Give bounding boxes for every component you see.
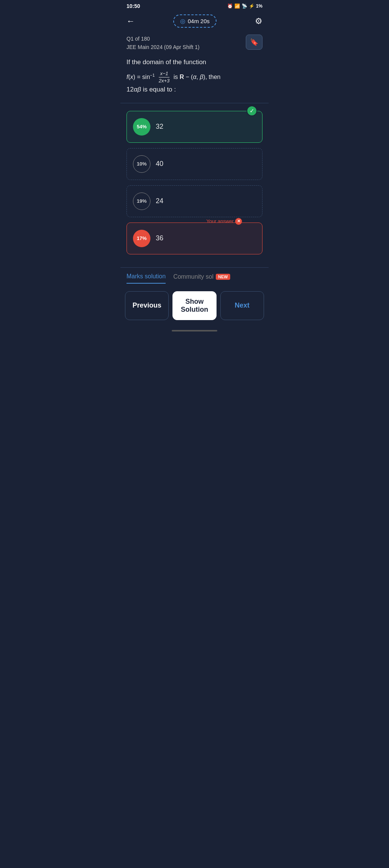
option-d-wrapper: Your answer ✕ 17% 36 [127, 223, 262, 254]
option-c-wrapper: 19% 24 [127, 185, 262, 217]
timer-label: 04m 20s [188, 18, 210, 24]
option-d[interactable]: 17% 36 [127, 223, 262, 254]
option-b-wrapper: 10% 40 [127, 148, 262, 180]
question-content: If the domain of the function f(x) = sin… [120, 53, 269, 103]
option-c-value: 24 [156, 197, 163, 205]
options-area: ✓ 54% 32 10% 40 19% 24 Your answer ✕ 17%… [120, 107, 269, 264]
question-number: Q1 of 180 [127, 35, 199, 43]
option-a[interactable]: 54% 32 [127, 111, 262, 143]
option-d-value: 36 [156, 234, 163, 242]
option-b-value: 40 [156, 160, 163, 168]
battery-icon: ⚡ [249, 3, 255, 9]
status-bar: 10:50 ⏰ 📶 📡 ⚡ 1% [120, 0, 269, 11]
question-line3: 12αβ is equal to : [127, 84, 262, 95]
question-line1: If the domain of the function [127, 57, 262, 68]
next-button[interactable]: Next [220, 291, 264, 320]
previous-button[interactable]: Previous [125, 291, 169, 320]
option-b[interactable]: 10% 40 [127, 148, 262, 180]
signal-icon: 📡 [242, 3, 247, 9]
question-meta: Q1 of 180 JEE Main 2024 (09 Apr Shift 1)… [120, 32, 269, 53]
option-a-value: 32 [156, 123, 163, 131]
option-d-percent: 17% [133, 230, 150, 247]
bottom-tabs: Marks solution Community sol NEW [120, 267, 269, 286]
back-button[interactable]: ← [127, 16, 135, 26]
tab-marks-solution[interactable]: Marks solution [127, 273, 166, 284]
question-source: JEE Main 2024 (09 Apr Shift 1) [127, 43, 199, 51]
divider [120, 103, 269, 103]
timer-icon: ◎ [180, 17, 185, 25]
settings-button[interactable]: ⚙ [255, 16, 262, 26]
question-info: Q1 of 180 JEE Main 2024 (09 Apr Shift 1) [127, 35, 199, 52]
alarm-icon: ⏰ [227, 3, 233, 9]
option-c[interactable]: 19% 24 [127, 185, 262, 217]
timer-pill[interactable]: ◎ 04m 20s [173, 14, 217, 28]
correct-checkmark: ✓ [247, 106, 257, 116]
option-a-percent: 54% [133, 118, 150, 136]
option-b-percent: 10% [133, 155, 150, 173]
status-time: 10:50 [127, 3, 140, 9]
show-solution-button[interactable]: Show Solution [172, 291, 216, 320]
option-a-wrapper: ✓ 54% 32 [127, 111, 262, 143]
tab-community-solution[interactable]: Community sol NEW [173, 273, 230, 284]
nav-buttons: Previous Show Solution Next [120, 286, 269, 328]
header: ← ◎ 04m 20s ⚙ [120, 11, 269, 32]
question-line2: f(x) = sin−1 x−1 2x+3 is R − (α, β), the… [127, 70, 262, 84]
bookmark-button[interactable]: 🔖 [246, 35, 262, 50]
status-icons: ⏰ 📶 📡 ⚡ 1% [227, 3, 262, 9]
home-indicator [172, 330, 217, 331]
new-badge: NEW [216, 274, 230, 280]
battery-percent: 1% [256, 3, 262, 9]
option-c-percent: 19% [133, 193, 150, 210]
wifi-icon: 📶 [234, 3, 240, 9]
